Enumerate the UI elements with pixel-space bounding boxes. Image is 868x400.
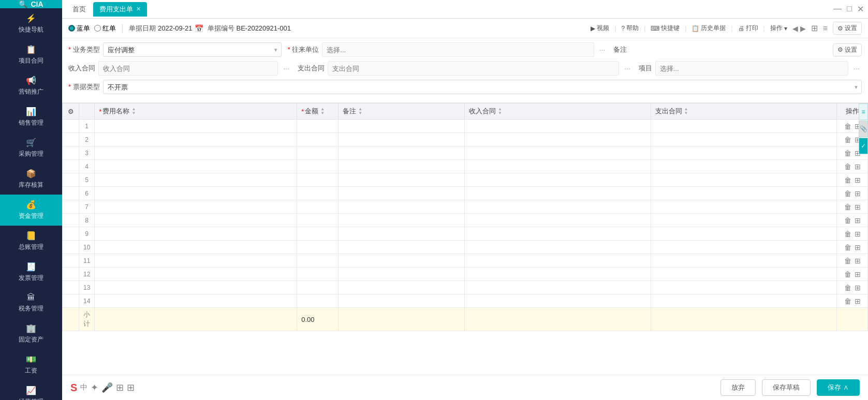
row-6-income-contract[interactable] <box>465 187 651 200</box>
row-11-note[interactable] <box>339 254 465 268</box>
maximize-button[interactable]: □ <box>847 4 852 14</box>
row-4-expense-contract[interactable] <box>651 160 836 173</box>
expense-contract-more-icon[interactable]: ··· <box>622 64 632 72</box>
row-8-expense-name[interactable] <box>95 214 297 227</box>
right-panel-btn-2[interactable]: 📎 <box>859 121 868 137</box>
row-4-copy-icon[interactable]: ⊞ <box>855 162 861 171</box>
row-14-income-contract[interactable] <box>465 294 651 308</box>
row-9-copy-icon[interactable]: ⊞ <box>855 230 861 238</box>
row-11-income-contract[interactable] <box>465 254 651 268</box>
right-panel-btn-3[interactable]: ✓ <box>859 138 868 154</box>
row-5-copy-icon[interactable]: ⊞ <box>855 176 861 184</box>
shortcut-button[interactable]: ⌨ 快捷键 <box>651 24 680 33</box>
calendar-icon[interactable]: 📅 <box>195 24 203 33</box>
row-3-income-contract[interactable] <box>465 146 651 160</box>
row-10-delete-icon[interactable]: 🗑 <box>844 243 851 251</box>
row-8-amount[interactable] <box>297 214 339 227</box>
row-11-expense-contract[interactable] <box>651 254 836 268</box>
row-13-amount[interactable] <box>297 281 339 294</box>
tab-expense-voucher[interactable]: 费用支出单✕ <box>93 2 147 17</box>
right-panel-btn-1[interactable]: ≡ <box>859 103 868 120</box>
row-7-expense-name[interactable] <box>95 200 297 214</box>
row-5-expense-name[interactable] <box>95 173 297 187</box>
row-8-note[interactable] <box>339 214 465 227</box>
row-14-expense-contract[interactable] <box>651 294 836 308</box>
row-2-expense-name[interactable] <box>95 133 297 146</box>
row-3-expense-contract[interactable] <box>651 146 836 160</box>
row-9-note[interactable] <box>339 227 465 241</box>
row-4-income-contract[interactable] <box>465 160 651 173</box>
row-6-note[interactable] <box>339 187 465 200</box>
row-14-copy-icon[interactable]: ⊞ <box>855 297 861 305</box>
row-12-expense-contract[interactable] <box>651 268 836 281</box>
row-14-amount[interactable] <box>297 294 339 308</box>
row-5-note[interactable] <box>339 173 465 187</box>
row-12-income-contract[interactable] <box>465 268 651 281</box>
prev-arrow[interactable]: ◀ <box>792 24 798 33</box>
red-doc-radio[interactable]: 红单 <box>94 24 116 33</box>
row-5-delete-icon[interactable]: 🗑 <box>844 176 851 184</box>
row-10-income-contract[interactable] <box>465 241 651 254</box>
row-12-copy-icon[interactable]: ⊞ <box>855 270 861 278</box>
sort-expense-icon[interactable]: ▲▼ <box>684 107 688 115</box>
next-arrow[interactable]: ▶ <box>800 24 806 33</box>
row-1-income-contract[interactable] <box>465 120 651 133</box>
row-7-income-contract[interactable] <box>465 200 651 214</box>
row-13-delete-icon[interactable]: 🗑 <box>844 284 851 292</box>
form-settings-button[interactable]: ⚙ 设置 <box>833 43 862 56</box>
save-draft-button[interactable]: 保存草稿 <box>762 379 811 396</box>
red-doc-input[interactable] <box>94 25 101 32</box>
sidebar-item-tax-mgmt[interactable]: 🏛 税务管理 <box>0 288 62 318</box>
discard-button[interactable]: 放弃 <box>720 379 756 396</box>
row-1-expense-contract[interactable] <box>651 120 836 133</box>
row-11-delete-icon[interactable]: 🗑 <box>844 257 851 265</box>
grid-view-icon[interactable]: ⊞ <box>811 23 818 33</box>
row-2-income-contract[interactable] <box>465 133 651 146</box>
row-3-note[interactable] <box>339 146 465 160</box>
row-11-amount[interactable] <box>297 254 339 268</box>
row-14-note[interactable] <box>339 294 465 308</box>
row-14-delete-icon[interactable]: 🗑 <box>844 297 851 305</box>
row-9-delete-icon[interactable]: 🗑 <box>844 230 851 238</box>
row-13-expense-name[interactable] <box>95 281 297 294</box>
sidebar-item-quick-nav[interactable]: ⚡ 快捷导航 <box>0 8 62 39</box>
row-14-expense-name[interactable] <box>95 294 297 308</box>
row-3-expense-name[interactable] <box>95 146 297 160</box>
sidebar-item-ops-mgmt[interactable]: 📈 经营管理 <box>0 380 62 400</box>
row-1-expense-name[interactable] <box>95 120 297 133</box>
sort-expense-name-icon[interactable]: ▲▼ <box>131 107 136 115</box>
row-1-amount[interactable] <box>297 120 339 133</box>
sidebar-item-fund-mgmt[interactable]: 💰 资金管理 <box>0 195 62 226</box>
project-input[interactable] <box>655 61 848 76</box>
save-button[interactable]: 保存 ∧ <box>817 379 860 396</box>
row-8-copy-icon[interactable]: ⊞ <box>855 216 861 225</box>
row-1-delete-icon[interactable]: 🗑 <box>844 122 851 130</box>
row-7-note[interactable] <box>339 200 465 214</box>
print-button[interactable]: 🖨 打印 <box>738 24 758 33</box>
settings-button[interactable]: ⚙ 设置 <box>833 22 862 35</box>
row-5-expense-contract[interactable] <box>651 173 836 187</box>
history-button[interactable]: 📋 历史单据 <box>692 24 726 33</box>
row-7-delete-icon[interactable]: 🗑 <box>844 203 851 211</box>
action-button[interactable]: 操作 ▾ <box>770 24 787 33</box>
biz-type-select[interactable]: 应付调整 <box>103 42 282 57</box>
minimize-button[interactable]: — <box>833 4 842 14</box>
row-2-amount[interactable] <box>297 133 339 146</box>
row-4-note[interactable] <box>339 160 465 173</box>
row-2-note[interactable] <box>339 133 465 146</box>
row-9-expense-name[interactable] <box>95 227 297 241</box>
row-5-income-contract[interactable] <box>465 173 651 187</box>
row-7-amount[interactable] <box>297 200 339 214</box>
row-8-delete-icon[interactable]: 🗑 <box>844 216 851 225</box>
invoice-type-select[interactable]: 不开票 <box>103 80 862 94</box>
row-11-expense-name[interactable] <box>95 254 297 268</box>
row-9-amount[interactable] <box>297 227 339 241</box>
project-more-icon[interactable]: ··· <box>851 64 862 72</box>
row-6-copy-icon[interactable]: ⊞ <box>855 189 861 198</box>
sort-note-icon[interactable]: ▲▼ <box>358 107 362 115</box>
row-2-expense-contract[interactable] <box>651 133 836 146</box>
close-button[interactable]: ✕ <box>857 4 864 14</box>
row-4-delete-icon[interactable]: 🗑 <box>844 162 851 171</box>
tab-close-expense-voucher[interactable]: ✕ <box>136 6 141 12</box>
row-1-note[interactable] <box>339 120 465 133</box>
